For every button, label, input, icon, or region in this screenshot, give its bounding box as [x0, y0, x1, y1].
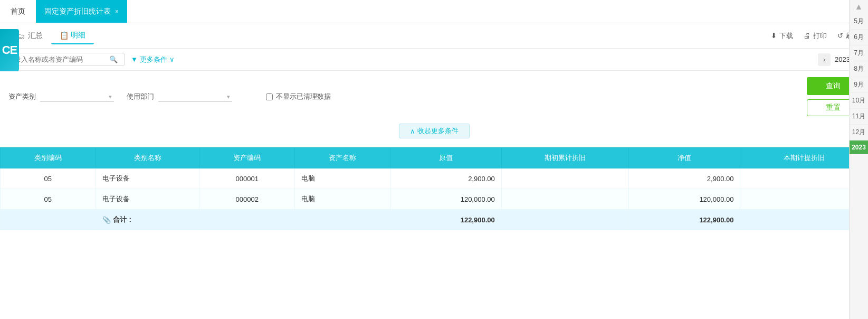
print-label: 打印: [813, 31, 827, 41]
download-btn[interactable]: ⬇ 下载: [771, 31, 793, 41]
col-original-value: 原值: [390, 148, 501, 168]
month-5[interactable]: 5月: [850, 14, 869, 30]
cell-asset-name: 电脑: [295, 168, 390, 189]
cell-initial-accumulated: [501, 168, 629, 189]
total-icon-label-cell: 📎 合计：: [96, 210, 199, 230]
month-8[interactable]: 8月: [850, 61, 869, 77]
year-2023[interactable]: 2023: [850, 140, 869, 154]
col-asset-code: 资产编码: [199, 148, 295, 168]
scroll-up-btn[interactable]: ▲: [855, 0, 863, 14]
refresh-icon: ↺: [837, 32, 843, 40]
asset-category-select[interactable]: [40, 91, 114, 102]
filter-panel: 资产类别 使用部门 不显示已清理数据 查询 重置 ∧: [0, 71, 868, 147]
month-7[interactable]: 7月: [850, 45, 869, 61]
cell-net-value: 120,000.00: [629, 189, 740, 210]
asset-category-select-wrap: [40, 91, 114, 102]
logo-area: CE: [0, 29, 19, 71]
hide-cleared-checkbox[interactable]: [266, 93, 273, 100]
cell-category-code: 05: [1, 168, 96, 189]
month-10[interactable]: 10月: [850, 93, 869, 109]
right-panel: ▲ 5月 6月 7月 8月 9月 10月 11月 12月 2023: [849, 0, 868, 319]
search-icon[interactable]: 🔍: [109, 55, 118, 63]
download-label: 下载: [779, 31, 793, 41]
chevron-down-icon: ∨: [169, 55, 175, 63]
cell-net-value: 2,900.00: [629, 168, 740, 189]
date-prev-btn[interactable]: ›: [818, 53, 831, 66]
toolbar-right: ⬇ 下载 🖨 打印 ↺ 刷新: [771, 31, 860, 41]
table-wrap: 类别编码 类别名称 资产编码 资产名称 原值 期初累计折旧 净值 本期计提折旧 …: [0, 147, 868, 319]
tab-detail-label: 明细: [71, 31, 85, 40]
total-label-cell: [1, 210, 96, 230]
total-label-text: 合计：: [113, 215, 133, 224]
tab-summary-label: 汇总: [28, 31, 43, 41]
top-nav: 首页 固定资产折旧统计表 × ✕: [0, 0, 868, 23]
asset-category-label: 资产类别: [8, 92, 36, 101]
table-row: 05 电子设备 000002 电脑 120,000.00 120,000.00: [1, 189, 868, 210]
department-filter: 使用部门: [127, 91, 232, 102]
data-table: 类别编码 类别名称 资产编码 资产名称 原值 期初累计折旧 净值 本期计提折旧 …: [0, 147, 868, 230]
month-11[interactable]: 11月: [850, 109, 869, 125]
download-icon: ⬇: [771, 32, 777, 40]
col-asset-name: 资产名称: [295, 148, 390, 168]
tab-detail[interactable]: 📋 明细: [51, 27, 94, 44]
col-category-code: 类别编码: [1, 148, 96, 168]
nav-tab-active[interactable]: 固定资产折旧统计表 ×: [36, 0, 127, 23]
total-icon: 📎: [102, 216, 111, 224]
collapse-label: 收起更多条件: [417, 126, 459, 136]
total-initial-accumulated: [501, 210, 629, 230]
table-header-row: 类别编码 类别名称 资产编码 资产名称 原值 期初累计折旧 净值 本期计提折旧: [1, 148, 868, 168]
cell-initial-accumulated: [501, 189, 629, 210]
nav-tab-label: 固定资产折旧统计表: [44, 7, 111, 16]
filter-icon: ▼: [131, 55, 138, 63]
asset-category-filter: 资产类别: [8, 91, 114, 102]
filter-label: 更多条件: [140, 55, 167, 64]
col-net-value: 净值: [629, 148, 740, 168]
collapse-bar: ∧ 收起更多条件: [8, 121, 860, 143]
filter-row: 资产类别 使用部门 不显示已清理数据 查询 重置: [8, 77, 860, 116]
department-select[interactable]: [158, 91, 232, 102]
cell-category-name: 电子设备: [96, 168, 199, 189]
hide-cleared-label: 不显示已清理数据: [276, 92, 331, 101]
month-12[interactable]: 12月: [850, 125, 869, 140]
month-9[interactable]: 9月: [850, 77, 869, 93]
table-total-row: 📎 合计： 122,900.00 122,900.00: [1, 210, 868, 230]
total-original-value: 122,900.00: [390, 210, 501, 230]
print-icon: 🖨: [804, 32, 810, 40]
cell-asset-name: 电脑: [295, 189, 390, 210]
cell-original-value: 2,900.00: [390, 168, 501, 189]
print-btn[interactable]: 🖨 打印: [804, 31, 827, 41]
detail-icon: 📋: [60, 31, 68, 40]
hide-cleared-checkbox-item: 不显示已清理数据: [266, 92, 331, 101]
cell-asset-code: 000002: [199, 189, 295, 210]
collapse-btn[interactable]: ∧ 收起更多条件: [399, 124, 470, 138]
department-label: 使用部门: [127, 92, 154, 101]
close-tab-icon[interactable]: ×: [115, 8, 119, 15]
search-input[interactable]: [14, 55, 109, 63]
total-net-value: 122,900.00: [629, 210, 740, 230]
col-initial-accumulated: 期初累计折旧: [501, 148, 629, 168]
total-asset-code-cell: [199, 210, 295, 230]
cell-asset-code: 000001: [199, 168, 295, 189]
collapse-icon: ∧: [410, 127, 415, 135]
total-asset-name-cell: [295, 210, 390, 230]
col-category-name: 类别名称: [96, 148, 199, 168]
nav-home[interactable]: 首页: [0, 0, 36, 23]
search-input-wrap: 🔍: [8, 53, 125, 66]
search-bar: 🔍 ▼ 更多条件 ∨ › 2023.01: [0, 49, 868, 71]
department-select-wrap: [158, 91, 232, 102]
cell-category-name: 电子设备: [96, 189, 199, 210]
table-body: 05 电子设备 000001 电脑 2,900.00 2,900.00 05 电…: [1, 168, 868, 230]
logo-text: CE: [2, 43, 17, 57]
cell-category-code: 05: [1, 189, 96, 210]
cell-original-value: 120,000.00: [390, 189, 501, 210]
toolbar: 🗂 汇总 📋 明细 ⬇ 下载 🖨 打印 ↺ 刷新: [0, 23, 868, 49]
more-filter-btn[interactable]: ▼ 更多条件 ∨: [131, 55, 175, 64]
month-6[interactable]: 6月: [850, 30, 869, 45]
table-row: 05 电子设备 000001 电脑 2,900.00 2,900.00: [1, 168, 868, 189]
